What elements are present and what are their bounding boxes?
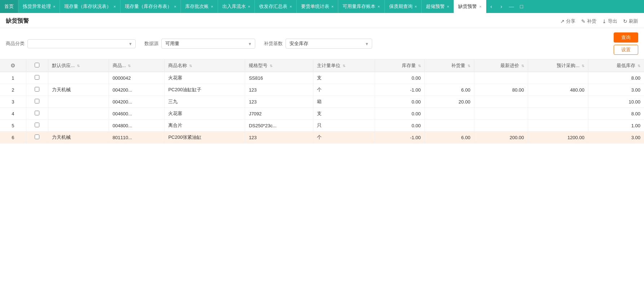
cell-replenish: 6.00 bbox=[425, 132, 474, 144]
cell-code: 801110... bbox=[109, 132, 165, 144]
cell-min-stock: 8.00 bbox=[588, 108, 644, 120]
tab-close-shortage[interactable]: × bbox=[479, 4, 481, 9]
cell-no: 6 bbox=[0, 132, 26, 144]
cell-name: 三九 bbox=[165, 96, 245, 108]
cell-latest-price bbox=[474, 96, 528, 108]
tab-overstock[interactable]: 超储预警 × bbox=[422, 0, 454, 13]
th-est-purchase: 预计采购... ⇅ bbox=[528, 59, 588, 72]
query-button[interactable]: 查询 bbox=[614, 32, 638, 43]
cell-replenish bbox=[425, 108, 474, 120]
table-container: ⚙ 默认供应... ⇅ 商品... ⇅ 商品名称 ⇅ bbox=[0, 59, 644, 144]
share-button[interactable]: ↗ 分享 bbox=[560, 18, 575, 25]
cell-stock: 0.00 bbox=[375, 120, 425, 132]
cell-min-stock: 8.00 bbox=[588, 72, 644, 84]
est-purchase-sort-icon[interactable]: ⇅ bbox=[582, 64, 584, 68]
tab-close-batch[interactable]: × bbox=[211, 4, 213, 9]
table-settings-icon[interactable]: ⚙ bbox=[10, 62, 15, 69]
th-checkbox bbox=[26, 59, 48, 72]
cell-supplier bbox=[48, 120, 109, 132]
replenish-sort-icon[interactable]: ⇅ bbox=[467, 64, 470, 68]
row-checkbox-5[interactable] bbox=[35, 134, 39, 139]
category-select[interactable]: ▾ bbox=[27, 39, 136, 48]
export-button[interactable]: ⤓ 导出 bbox=[602, 18, 617, 25]
table-row[interactable]: 4 004600... 火花塞 J7092 支 0.00 8.00 bbox=[0, 108, 644, 120]
filter-bar: 商品分类 ▾ 数据源 可用量 ▾ 补货基数 安全库存 ▾ 查询 设置 bbox=[0, 28, 644, 59]
tab-home[interactable]: 首页 bbox=[0, 0, 18, 13]
cell-no: 3 bbox=[0, 96, 26, 108]
tab-next-button[interactable]: › bbox=[496, 0, 506, 13]
cell-replenish bbox=[425, 72, 474, 84]
th-spec: 规格型号 ⇅ bbox=[245, 59, 313, 72]
settings-button[interactable]: 设置 bbox=[614, 45, 638, 55]
cell-unit: 支 bbox=[313, 108, 375, 120]
table-row[interactable]: 5 004800... 离合片 DS250*23c... 只 0.00 1.00 bbox=[0, 120, 644, 132]
supplier-sort-icon[interactable]: ⇅ bbox=[77, 64, 80, 68]
category-label: 商品分类 bbox=[6, 40, 25, 47]
min-stock-sort-icon[interactable]: ⇅ bbox=[638, 64, 640, 68]
cell-unit: 只 bbox=[313, 120, 375, 132]
tab-close-expiry[interactable]: × bbox=[415, 4, 417, 9]
replenish-button[interactable]: ✎ 补货 bbox=[581, 18, 596, 25]
cell-spec: DS250*23c... bbox=[245, 120, 313, 132]
tab-maximize-button[interactable]: □ bbox=[517, 0, 527, 13]
row-checkbox-1[interactable] bbox=[35, 87, 39, 92]
table-row[interactable]: 2 力天机械 004200... PC200油缸缸子 123 个 -1.00 6… bbox=[0, 84, 644, 96]
table-row[interactable]: 6 力天机械 801110... PC200张紧油缸 123 个 -1.00 6… bbox=[0, 132, 644, 144]
replenish-base-chevron-icon: ▾ bbox=[366, 41, 368, 47]
name-sort-icon[interactable]: ⇅ bbox=[189, 64, 192, 68]
datasource-label: 数据源 bbox=[144, 40, 158, 47]
stock-sort-icon[interactable]: ⇅ bbox=[418, 64, 421, 68]
cell-est-purchase bbox=[528, 96, 588, 108]
datasource-select[interactable]: 可用量 ▾ bbox=[161, 39, 255, 49]
page-content: 缺货预警 ↗ 分享 ✎ 补货 ⤓ 导出 ↻ 刷新 商品分类 bbox=[0, 13, 644, 287]
row-checkbox-0[interactable] bbox=[35, 75, 39, 80]
tab-close-stock-dist[interactable]: × bbox=[174, 4, 176, 9]
tab-close-overstock[interactable]: × bbox=[447, 4, 449, 9]
tab-abnormal[interactable]: 拣货异常处理 × bbox=[18, 0, 60, 13]
tab-close-inout[interactable]: × bbox=[248, 4, 250, 9]
table-row[interactable]: 1 0000042 火花塞 SS816 支 0.00 8.00 bbox=[0, 72, 644, 84]
cell-min-stock: 10.00 bbox=[588, 96, 644, 108]
row-checkbox-4[interactable] bbox=[35, 123, 39, 127]
cell-checkbox bbox=[26, 84, 48, 96]
tab-close-abnormal[interactable]: × bbox=[53, 4, 55, 9]
tab-expiry[interactable]: 保质期查询 × bbox=[385, 0, 422, 13]
tab-receipt[interactable]: 收发存汇总表 × bbox=[255, 0, 296, 13]
cell-min-stock: 1.00 bbox=[588, 120, 644, 132]
tab-close-stock-status[interactable]: × bbox=[113, 4, 116, 9]
tab-inout[interactable]: 出入库流水 × bbox=[218, 0, 255, 13]
tab-shortage[interactable]: 缺货预警 × bbox=[454, 0, 486, 13]
tab-close-receipt[interactable]: × bbox=[290, 4, 292, 9]
cell-spec: J7092 bbox=[245, 108, 313, 120]
replenish-base-select[interactable]: 安全库存 ▾ bbox=[286, 39, 372, 49]
unit-sort-icon[interactable]: ⇅ bbox=[343, 64, 345, 68]
cell-no: 5 bbox=[0, 120, 26, 132]
refresh-button[interactable]: ↻ 刷新 bbox=[623, 18, 638, 25]
spec-sort-icon[interactable]: ⇅ bbox=[270, 64, 273, 68]
th-supplier: 默认供应... ⇅ bbox=[48, 59, 109, 72]
cell-checkbox bbox=[26, 72, 48, 84]
category-filter-group: 商品分类 ▾ bbox=[6, 39, 136, 48]
tab-available[interactable]: 可用量库存账本 × bbox=[338, 0, 384, 13]
tab-batch[interactable]: 库存批次账 × bbox=[181, 0, 218, 13]
latest-price-sort-icon[interactable]: ⇅ bbox=[521, 64, 524, 68]
tab-stock-status[interactable]: 现存量（库存状况表） × bbox=[60, 0, 120, 13]
tab-stock-dist[interactable]: 现存量（库存分布表） × bbox=[121, 0, 181, 13]
cell-name: 火花塞 bbox=[165, 108, 245, 120]
cell-checkbox bbox=[26, 132, 48, 144]
table-body: 1 0000042 火花塞 SS816 支 0.00 8.00 2 力天机械 0… bbox=[0, 72, 644, 144]
table-row[interactable]: 3 004200... 三九 123 箱 0.00 20.00 10.00 bbox=[0, 96, 644, 108]
row-checkbox-3[interactable] bbox=[35, 111, 39, 115]
tab-close-order-stat[interactable]: × bbox=[331, 4, 334, 9]
tab-prev-button[interactable]: ‹ bbox=[486, 0, 496, 13]
row-checkbox-2[interactable] bbox=[35, 99, 39, 103]
cell-supplier bbox=[48, 108, 109, 120]
select-all-checkbox[interactable] bbox=[35, 63, 39, 67]
cell-code: 0000042 bbox=[109, 72, 165, 84]
tab-minimize-button[interactable]: ― bbox=[506, 0, 517, 13]
cell-name: PC200张紧油缸 bbox=[165, 132, 245, 144]
cell-latest-price bbox=[474, 108, 528, 120]
tab-order-stat[interactable]: 要货单统计表 × bbox=[297, 0, 338, 13]
code-sort-icon[interactable]: ⇅ bbox=[128, 64, 131, 68]
tab-close-available[interactable]: × bbox=[378, 4, 380, 9]
